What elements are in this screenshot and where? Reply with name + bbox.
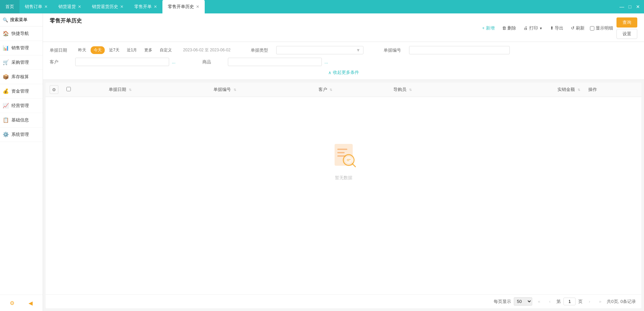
query-button[interactable]: 查询 bbox=[616, 17, 637, 28]
close-button[interactable]: ✕ bbox=[635, 4, 641, 9]
sort-no-icon[interactable]: ⇅ bbox=[234, 88, 236, 92]
goods-input[interactable] bbox=[228, 58, 322, 66]
tab-sales-order[interactable]: 销售订单 ✕ bbox=[19, 0, 53, 13]
export-button-label: ⬆ 导出 bbox=[550, 25, 564, 31]
doc-type-select[interactable]: ▼ bbox=[276, 46, 363, 54]
date-today[interactable]: 今天 bbox=[91, 46, 105, 54]
sidebar-item-purchase-mgmt[interactable]: 🛒 采购管理 bbox=[0, 55, 43, 70]
svg-rect-8 bbox=[347, 160, 349, 161]
svg-rect-7 bbox=[347, 159, 351, 160]
sort-guide-icon[interactable]: ⇅ bbox=[409, 88, 412, 92]
th-checkbox[interactable] bbox=[62, 83, 105, 97]
date-range-display: 2023-06-02 至 2023-06-02 bbox=[183, 47, 230, 53]
last-page-button[interactable]: » bbox=[596, 298, 604, 306]
data-table: ⚙ 单据日期 ⇅ 单据编号 ⇅ bbox=[46, 83, 641, 97]
next-page-button[interactable]: › bbox=[585, 298, 593, 306]
th-amount[interactable]: 实销金额 ⇅ bbox=[479, 83, 584, 97]
tab-retail-open-close[interactable]: ✕ bbox=[154, 4, 157, 9]
maximize-button[interactable]: □ bbox=[627, 4, 633, 9]
tab-sales-return[interactable]: 销货退货 ✕ bbox=[53, 0, 87, 13]
new-button[interactable]: + 新增 bbox=[480, 24, 496, 33]
search-icon: 🔍 bbox=[3, 17, 8, 22]
sidebar-settings-button[interactable]: ⚙ bbox=[7, 298, 17, 308]
minimize-button[interactable]: — bbox=[619, 4, 625, 9]
sidebar-item-purchase-mgmt-label: 采购管理 bbox=[11, 59, 29, 65]
date-last-month[interactable]: 近1月 bbox=[124, 46, 140, 54]
prev-page-button[interactable]: ‹ bbox=[546, 298, 554, 306]
display-detail-checkbox[interactable]: 显示明细 bbox=[590, 25, 613, 31]
tab-sales-return-close[interactable]: ✕ bbox=[78, 4, 81, 9]
print-dropdown-icon[interactable]: ▼ bbox=[539, 27, 543, 30]
doc-no-input[interactable] bbox=[409, 46, 510, 54]
customer-input[interactable] bbox=[75, 58, 169, 66]
select-all-checkbox[interactable] bbox=[66, 87, 71, 91]
delete-button[interactable]: 🗑 删除 bbox=[500, 24, 518, 33]
sidebar-item-inventory[interactable]: 📦 库存核算 bbox=[0, 70, 43, 84]
sidebar-item-quick-nav[interactable]: 🏠 快捷导航 bbox=[0, 27, 43, 41]
sidebar-search[interactable]: 🔍 搜索菜单 bbox=[0, 13, 43, 27]
sidebar-collapse-button[interactable]: ◀ bbox=[26, 298, 35, 308]
th-date[interactable]: 单据日期 ⇅ bbox=[105, 83, 209, 97]
inventory-icon: 📦 bbox=[3, 74, 9, 80]
th-action: 操作 bbox=[584, 83, 641, 97]
export-button[interactable]: ⬆ 导出 bbox=[548, 24, 566, 33]
settings-button[interactable]: 设置 bbox=[616, 29, 637, 39]
page-input[interactable] bbox=[563, 298, 576, 305]
table-wrapper: ⚙ 单据日期 ⇅ 单据编号 ⇅ bbox=[46, 83, 641, 294]
tab-sales-return-history-label: 销货退货历史 bbox=[92, 4, 118, 10]
sort-customer-icon[interactable]: ⇅ bbox=[330, 88, 332, 92]
display-detail-input[interactable] bbox=[590, 26, 594, 31]
sidebar-item-finance[interactable]: 💰 资金管理 bbox=[0, 84, 43, 99]
per-page-select[interactable]: 50 10 20 100 bbox=[514, 297, 532, 306]
goods-label: 商品 bbox=[202, 59, 221, 65]
sort-date-icon[interactable]: ⇅ bbox=[129, 88, 132, 92]
finance-icon: 💰 bbox=[3, 88, 9, 94]
sidebar-item-sales-mgmt[interactable]: 📊 销售管理 bbox=[0, 41, 43, 55]
tab-retail-open-history-close[interactable]: ✕ bbox=[196, 4, 199, 9]
sidebar-item-sys-mgmt[interactable]: ⚙️ 系统管理 bbox=[0, 127, 43, 142]
th-no[interactable]: 单据编号 ⇅ bbox=[209, 83, 314, 97]
th-customer[interactable]: 客户 ⇅ bbox=[314, 83, 390, 97]
sort-amount-icon[interactable]: ⇅ bbox=[578, 88, 580, 92]
date-custom[interactable]: 自定义 bbox=[157, 46, 175, 54]
sidebar-item-finance-label: 资金管理 bbox=[11, 88, 29, 94]
page-title: 零售开单历史 bbox=[50, 17, 82, 29]
sidebar-item-operations[interactable]: 📈 经营管理 bbox=[0, 99, 43, 113]
refresh-button[interactable]: ↺ 刷新 bbox=[569, 24, 587, 33]
tab-sales-return-history-close[interactable]: ✕ bbox=[120, 4, 123, 9]
per-page-label: 每页显示 bbox=[494, 299, 511, 305]
date-filter-label: 单据日期 bbox=[50, 47, 68, 53]
th-guide[interactable]: 导购员 ⇅ bbox=[389, 83, 479, 97]
tab-sales-order-label: 销售订单 bbox=[25, 4, 42, 10]
date-more[interactable]: 更多 bbox=[141, 46, 155, 54]
date-last7[interactable]: 近7天 bbox=[106, 46, 122, 54]
date-yesterday[interactable]: 昨天 bbox=[75, 46, 89, 54]
tab-sales-return-history[interactable]: 销货退货历史 ✕ bbox=[87, 0, 129, 13]
print-button[interactable]: 🖨 打印 ▼ bbox=[522, 24, 545, 33]
tab-sales-order-close[interactable]: ✕ bbox=[44, 4, 48, 9]
empty-text: 暂无数据 bbox=[335, 175, 352, 181]
customer-dots-button[interactable]: ... bbox=[172, 59, 176, 64]
svg-point-5 bbox=[345, 157, 352, 163]
table-settings-button[interactable]: ⚙ bbox=[50, 85, 58, 94]
pagination-bar: 每页显示 50 10 20 100 « ‹ 第 页 › » 共0页, 0条记录 bbox=[46, 294, 641, 308]
tab-home[interactable]: 首页 bbox=[0, 0, 19, 13]
purchase-icon: 🛒 bbox=[3, 59, 9, 65]
first-page-button[interactable]: « bbox=[535, 298, 543, 306]
page-header: 零售开单历史 + 新增 🗑 删除 🖨 打印 ▼ ⬆ 导出 ↺ 刷新 bbox=[43, 13, 644, 42]
table-area: ⚙ 单据日期 ⇅ 单据编号 ⇅ bbox=[46, 83, 641, 308]
filter-row-1: 单据日期 昨天 今天 近7天 近1月 更多 自定义 2023-06-02 至 2… bbox=[50, 46, 637, 54]
display-detail-label: 显示明细 bbox=[596, 25, 613, 31]
tab-retail-open[interactable]: 零售开单 ✕ bbox=[129, 0, 162, 13]
sidebar-item-basic-info[interactable]: 📋 基础信息 bbox=[0, 113, 43, 127]
tab-retail-open-history[interactable]: 零售开单历史 ✕ bbox=[162, 0, 205, 13]
collapse-bar[interactable]: ∧ 收起更多条件 bbox=[50, 69, 637, 75]
svg-line-6 bbox=[352, 164, 355, 167]
empty-illustration bbox=[329, 141, 359, 171]
th-date-label: 单据日期 bbox=[109, 87, 126, 92]
table-header: ⚙ 单据日期 ⇅ 单据编号 ⇅ bbox=[46, 83, 641, 97]
goods-dots-button[interactable]: ... bbox=[325, 59, 328, 64]
page-suffix: 页 bbox=[578, 299, 583, 305]
th-customer-label: 客户 bbox=[318, 87, 327, 92]
operations-icon: 📈 bbox=[3, 103, 9, 109]
